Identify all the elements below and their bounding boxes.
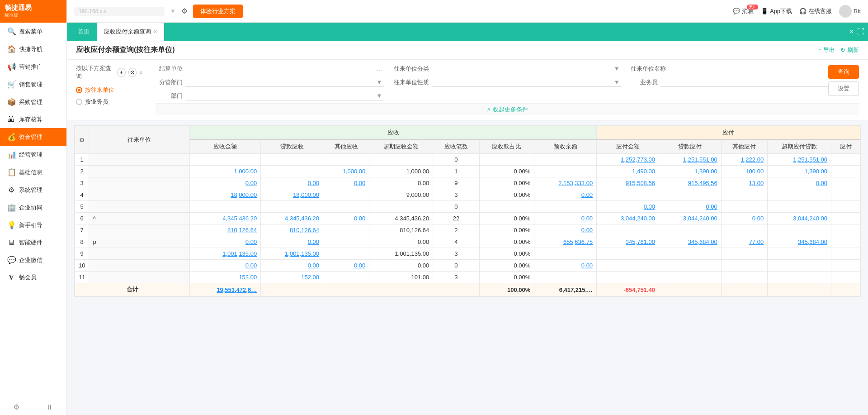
scheme-by-salesman[interactable]: 按业务员 xyxy=(76,96,142,108)
table-cell[interactable]: 18,000.00 xyxy=(190,189,261,201)
table-cell[interactable]: 0.00 xyxy=(534,189,597,201)
table-settings-icon[interactable]: ⚙ xyxy=(79,136,85,143)
header-gear-icon[interactable]: ⚙ xyxy=(181,7,188,15)
table-cell xyxy=(768,272,831,283)
settings-button[interactable]: 设置 xyxy=(828,81,859,96)
table-cell[interactable]: 0.00 xyxy=(659,201,721,213)
table-cell[interactable]: 0.00 xyxy=(323,260,369,272)
table-cell[interactable]: 1,000.00 xyxy=(323,166,369,177)
scheme-by-unit[interactable]: 按往来单位 xyxy=(76,84,142,96)
sidebar-item-finance[interactable]: 💰 资金管理 xyxy=(0,128,66,146)
collapse-icon[interactable]: ⏸ xyxy=(46,403,53,411)
tab-home[interactable]: 首页 xyxy=(71,23,97,41)
table-cell[interactable]: 0.00 xyxy=(190,260,261,272)
query-button[interactable]: 查询 xyxy=(828,65,859,79)
export-button[interactable]: ↑ 导出 xyxy=(819,46,835,54)
scheme-settings-button[interactable]: ⊙ xyxy=(128,68,137,77)
table-cell[interactable]: 0.00 xyxy=(190,236,261,248)
table-cell[interactable]: 345,761.00 xyxy=(597,236,659,248)
scheme-collapse-icon[interactable]: « xyxy=(139,69,142,76)
table-cell[interactable]: 0.00 xyxy=(323,177,369,189)
address-dropdown-icon[interactable]: ▼ xyxy=(170,8,176,14)
table-cell xyxy=(768,224,831,236)
refresh-button[interactable]: ↻ 刷新 xyxy=(840,46,859,54)
settings-icon[interactable]: ⚙ xyxy=(13,403,19,411)
table-cell[interactable]: 1,490.00 xyxy=(597,166,659,177)
sidebar-item-member[interactable]: V 畅会员 xyxy=(0,269,66,286)
messages-btn[interactable]: 💬 消息 99+ xyxy=(733,7,754,15)
table-cell[interactable]: 13.00 xyxy=(721,177,767,189)
table-cell[interactable]: 0.00 xyxy=(261,260,323,272)
tab-ar-query[interactable]: 应收应付余额查询 × xyxy=(97,23,164,41)
app-download-btn[interactable]: 📱 App下载 xyxy=(761,7,792,15)
table-cell[interactable]: 1,390.00 xyxy=(659,166,721,177)
collapse-more-btn[interactable]: ∧ 收起更多条件 xyxy=(156,103,859,115)
window-maximize-icon[interactable]: ⛶ xyxy=(857,28,864,36)
unit-nature-select[interactable]: ▼ xyxy=(432,78,621,87)
table-cell[interactable]: 0.00 xyxy=(534,260,597,272)
table-cell[interactable]: 18,000.00 xyxy=(261,189,323,201)
sidebar-item-guide[interactable]: 💡 新手引导 xyxy=(0,216,66,234)
unit-class-select[interactable]: ▼ xyxy=(432,64,621,73)
table-cell[interactable]: 4,345,436.20 xyxy=(261,213,323,224)
sidebar-item-basic[interactable]: 📋 基础信息 xyxy=(0,163,66,181)
table-cell[interactable]: 1,001,135.00 xyxy=(261,248,323,260)
table-cell[interactable]: 0.00 xyxy=(721,213,767,224)
trial-button[interactable]: 体验行业方案 xyxy=(193,5,243,18)
table-cell[interactable]: 1,251,551.00 xyxy=(659,154,721,166)
table-cell[interactable]: 4,345,436.20 xyxy=(190,213,261,224)
table-cell[interactable]: 345,684.00 xyxy=(659,236,721,248)
table-cell[interactable]: 0.00 xyxy=(768,177,831,189)
table-cell[interactable]: 0.00 xyxy=(534,224,597,236)
table-cell[interactable]: 152.00 xyxy=(261,272,323,283)
sidebar-item-sales[interactable]: 🛒 销售管理 xyxy=(0,76,66,93)
add-scheme-button[interactable]: + xyxy=(117,68,126,77)
window-close-icon[interactable]: × xyxy=(849,28,854,36)
table-cell[interactable]: 810,126.64 xyxy=(190,224,261,236)
online-service-btn[interactable]: 🎧 在线客服 xyxy=(799,7,832,15)
table-cell[interactable]: 1,000.00 xyxy=(190,166,261,177)
table-cell[interactable]: 2,153,333.00 xyxy=(534,177,597,189)
sidebar-item-system[interactable]: ⚙ 系统管理 xyxy=(0,181,66,199)
sidebar-item-search[interactable]: 🔍 搜索菜单 xyxy=(0,23,66,40)
table-cell[interactable]: 0.00 xyxy=(190,177,261,189)
table-cell[interactable]: 3,044,240.00 xyxy=(768,213,831,224)
table-cell[interactable]: 0.00 xyxy=(261,236,323,248)
table-cell[interactable]: 915,495.56 xyxy=(659,177,721,189)
total-ar-amount[interactable]: 19,553,472,6… xyxy=(190,283,261,296)
sidebar-item-nav[interactable]: 🏠 快捷导航 xyxy=(0,40,66,58)
table-cell[interactable]: 3,044,240.00 xyxy=(659,213,721,224)
table-cell: 0.00 xyxy=(369,260,433,272)
table-cell[interactable]: 655,636.75 xyxy=(534,236,597,248)
table-cell[interactable]: 152.00 xyxy=(190,272,261,283)
table-cell[interactable]: 77.00 xyxy=(721,236,767,248)
sidebar-item-marketing[interactable]: 📢 营销推广 xyxy=(0,58,66,76)
sidebar-item-inventory[interactable]: 🏛 库存核算 xyxy=(0,111,66,128)
filter-unit-nature-label: 往来单位性质 xyxy=(393,78,429,86)
table-cell[interactable]: 1,001,135.00 xyxy=(190,248,261,260)
sidebar-item-purchase[interactable]: 📦 采购管理 xyxy=(0,93,66,111)
sidebar-item-corp[interactable]: 🏢 企业协同 xyxy=(0,199,66,216)
table-cell[interactable]: 345,684.00 xyxy=(768,236,831,248)
user-area[interactable]: Rit xyxy=(839,5,861,18)
table-cell[interactable]: 0.00 xyxy=(323,213,369,224)
sidebar-item-wechat[interactable]: 💬 企业微信 xyxy=(0,251,66,269)
table-cell[interactable]: 1,390.00 xyxy=(768,166,831,177)
table-cell[interactable]: 810,126.64 xyxy=(261,224,323,236)
table-cell[interactable]: 915,508.56 xyxy=(597,177,659,189)
subdept-select[interactable]: ▼ xyxy=(185,91,384,100)
tab-close-icon[interactable]: × xyxy=(154,29,157,35)
table-cell[interactable]: 100.00 xyxy=(721,166,767,177)
jisuandanwei-input[interactable]: … xyxy=(185,64,384,73)
table-cell[interactable]: 0.00 xyxy=(534,213,597,224)
table-cell[interactable]: 1,252,773.00 xyxy=(597,154,659,166)
sidebar-item-hardware[interactable]: 🖥 智能硬件 xyxy=(0,234,66,251)
sidebar-item-label: 系统管理 xyxy=(19,186,42,194)
table-cell[interactable]: 0.00 xyxy=(597,201,659,213)
sidebar-item-operation[interactable]: 📊 经营管理 xyxy=(0,146,66,163)
dept-select[interactable]: ▼ xyxy=(185,78,384,87)
table-cell[interactable]: 3,044,240.00 xyxy=(597,213,659,224)
table-cell[interactable]: 1,222.00 xyxy=(721,154,767,166)
table-cell[interactable]: 1,251,551.00 xyxy=(768,154,831,166)
table-cell[interactable]: 0.00 xyxy=(261,177,323,189)
